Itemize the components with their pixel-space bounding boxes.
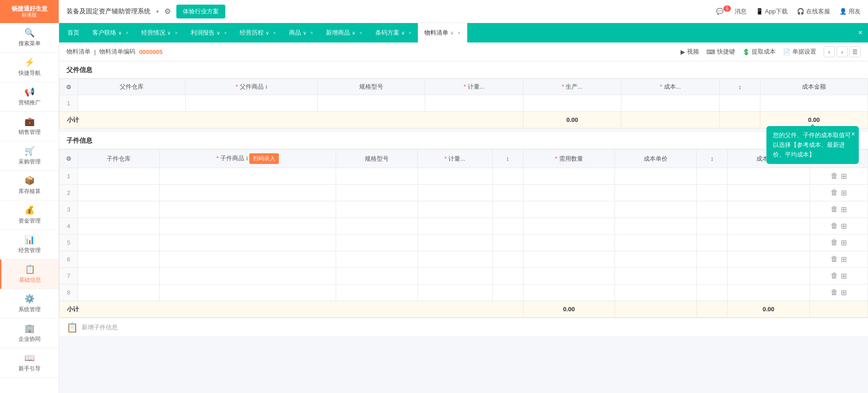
child-cell-sort-7[interactable] bbox=[492, 268, 523, 284]
tab-bom-close[interactable]: × bbox=[458, 30, 460, 36]
child-cell-spec-2[interactable] bbox=[336, 185, 417, 201]
nav-prev-btn[interactable]: ‹ bbox=[824, 46, 835, 57]
child-cell-unit-price-1[interactable] bbox=[615, 168, 696, 185]
sidebar-item-guide[interactable]: 📖新手引导 bbox=[0, 348, 59, 378]
copy-icon-7[interactable]: ⊞ bbox=[841, 272, 847, 280]
child-cell-sort2-1[interactable] bbox=[697, 168, 728, 185]
child-cell-sort2-7[interactable] bbox=[697, 268, 728, 284]
copy-icon-8[interactable]: ⊞ bbox=[841, 288, 847, 297]
tab-new-goods[interactable]: 新增商品 ∨ × bbox=[319, 23, 368, 42]
trial-button[interactable]: 体验行业方案 bbox=[176, 5, 225, 18]
child-cell-goods-7[interactable] bbox=[160, 268, 336, 284]
tooltip-close-btn[interactable]: × bbox=[851, 129, 855, 139]
child-cell-warehouse-5[interactable] bbox=[78, 235, 160, 251]
sidebar-item-sales[interactable]: 💼销售管理 bbox=[0, 112, 59, 141]
tab-home[interactable]: 首页 bbox=[61, 23, 86, 42]
child-cell-spec-1[interactable] bbox=[336, 168, 417, 185]
settings-icon[interactable]: ⚙ bbox=[164, 7, 171, 16]
child-cell-unit-price-5[interactable] bbox=[615, 235, 696, 251]
tab-bom[interactable]: 物料清单 ∨ × bbox=[418, 23, 467, 42]
parent-cell-goods-1[interactable] bbox=[186, 95, 317, 112]
app-download-action[interactable]: 📱 App下载 bbox=[756, 7, 788, 16]
child-cell-goods-8[interactable] bbox=[160, 284, 336, 301]
child-cell-qty-7[interactable] bbox=[523, 268, 615, 284]
tab-customers[interactable]: 客户联络 ∨ × bbox=[86, 23, 135, 42]
child-cell-qty-3[interactable] bbox=[523, 201, 615, 218]
child-cell-spec-7[interactable] bbox=[336, 268, 417, 284]
child-cell-unit-4[interactable] bbox=[418, 218, 493, 235]
child-cell-sort2-2[interactable] bbox=[697, 185, 728, 201]
parent-cell-production-1[interactable] bbox=[523, 95, 621, 112]
child-cell-unit-price-7[interactable] bbox=[615, 268, 696, 284]
child-cell-goods-2[interactable] bbox=[160, 185, 336, 201]
tab-goods[interactable]: 商品 ∨ × bbox=[283, 23, 319, 42]
child-cell-sort-4[interactable] bbox=[492, 218, 523, 235]
child-cell-unit-3[interactable] bbox=[418, 201, 493, 218]
view-action[interactable]: ▶ 视频 bbox=[681, 48, 699, 56]
add-child-label[interactable]: 新增子件信息 bbox=[82, 323, 118, 332]
child-cell-goods-4[interactable] bbox=[160, 218, 336, 235]
child-cell-sort2-4[interactable] bbox=[697, 218, 728, 235]
child-cell-sort2-5[interactable] bbox=[697, 235, 728, 251]
child-cell-warehouse-3[interactable] bbox=[78, 201, 160, 218]
copy-icon-2[interactable]: ⊞ bbox=[841, 188, 847, 197]
parent-cell-warehouse-1[interactable] bbox=[78, 95, 186, 112]
child-cell-sort-6[interactable] bbox=[492, 251, 523, 268]
parent-cell-cost-1[interactable] bbox=[621, 95, 720, 112]
sidebar-item-purchase[interactable]: 🛒采购管理 bbox=[0, 141, 59, 171]
user-action[interactable]: 👤 用友 bbox=[839, 7, 861, 16]
online-service-action[interactable]: 🎧 在线客服 bbox=[797, 7, 830, 16]
child-cell-unit-price-2[interactable] bbox=[615, 185, 696, 201]
tab-history[interactable]: 经营历程 ∨ × bbox=[233, 23, 282, 42]
tab-profit[interactable]: 利润报告 ∨ × bbox=[184, 23, 233, 42]
child-cell-warehouse-4[interactable] bbox=[78, 218, 160, 235]
tab-barcode-close[interactable]: × bbox=[409, 30, 411, 36]
parent-cell-unit-1[interactable] bbox=[425, 95, 524, 112]
child-cell-unit-1[interactable] bbox=[418, 168, 493, 185]
tab-goods-close[interactable]: × bbox=[310, 30, 313, 36]
child-cell-sort-3[interactable] bbox=[492, 201, 523, 218]
child-cell-goods-6[interactable] bbox=[160, 251, 336, 268]
child-cell-warehouse-7[interactable] bbox=[78, 268, 160, 284]
tab-profit-close[interactable]: × bbox=[224, 30, 227, 36]
shortcut-action[interactable]: ⌨ 快捷键 bbox=[706, 48, 735, 56]
child-cell-sort2-8[interactable] bbox=[697, 284, 728, 301]
copy-icon-6[interactable]: ⊞ bbox=[841, 255, 847, 264]
child-cell-spec-5[interactable] bbox=[336, 235, 417, 251]
child-cell-qty-4[interactable] bbox=[523, 218, 615, 235]
sidebar-item-enterprise[interactable]: 🏢企业协同 bbox=[0, 319, 59, 348]
child-cell-unit-2[interactable] bbox=[418, 185, 493, 201]
nav-menu-btn[interactable]: ☰ bbox=[850, 46, 861, 57]
scan-input-btn[interactable]: 扫码录入 bbox=[249, 153, 279, 164]
child-cell-qty-5[interactable] bbox=[523, 235, 615, 251]
child-cell-sort2-6[interactable] bbox=[697, 251, 728, 268]
delete-icon-4[interactable]: 🗑 bbox=[831, 222, 838, 230]
sidebar-item-system[interactable]: ⚙️系统管理 bbox=[0, 289, 59, 319]
tab-operations-close[interactable]: × bbox=[175, 30, 177, 36]
child-cell-warehouse-6[interactable] bbox=[78, 251, 160, 268]
sidebar-item-finance[interactable]: 💰资金管理 bbox=[0, 200, 59, 230]
child-cell-unit-5[interactable] bbox=[418, 235, 493, 251]
child-cell-sort2-3[interactable] bbox=[697, 201, 728, 218]
child-cell-spec-3[interactable] bbox=[336, 201, 417, 218]
copy-icon-5[interactable]: ⊞ bbox=[841, 238, 847, 247]
child-cell-warehouse-2[interactable] bbox=[78, 185, 160, 201]
sidebar-item-operations[interactable]: 📊经营管理 bbox=[0, 230, 59, 260]
child-cell-unit-7[interactable] bbox=[418, 268, 493, 284]
delete-icon-3[interactable]: 🗑 bbox=[831, 205, 838, 214]
sidebar-item-quick-nav[interactable]: ⚡快捷导航 bbox=[0, 53, 59, 82]
child-cell-qty-8[interactable] bbox=[523, 284, 615, 301]
copy-icon-3[interactable]: ⊞ bbox=[841, 205, 847, 214]
child-cell-unit-6[interactable] bbox=[418, 251, 493, 268]
delete-icon-8[interactable]: 🗑 bbox=[831, 288, 838, 297]
child-cell-spec-4[interactable] bbox=[336, 218, 417, 235]
child-cell-unit-price-8[interactable] bbox=[615, 284, 696, 301]
child-cell-unit-price-3[interactable] bbox=[615, 201, 696, 218]
delete-icon-6[interactable]: 🗑 bbox=[831, 255, 838, 264]
child-cell-qty-6[interactable] bbox=[523, 251, 615, 268]
tab-barcode[interactable]: 条码方案 ∨ × bbox=[369, 23, 418, 42]
child-cell-unit-price-6[interactable] bbox=[615, 251, 696, 268]
child-cell-sort-8[interactable] bbox=[492, 284, 523, 301]
child-cell-goods-1[interactable] bbox=[160, 168, 336, 185]
settings-action[interactable]: 📄 单据设置 bbox=[783, 48, 816, 56]
